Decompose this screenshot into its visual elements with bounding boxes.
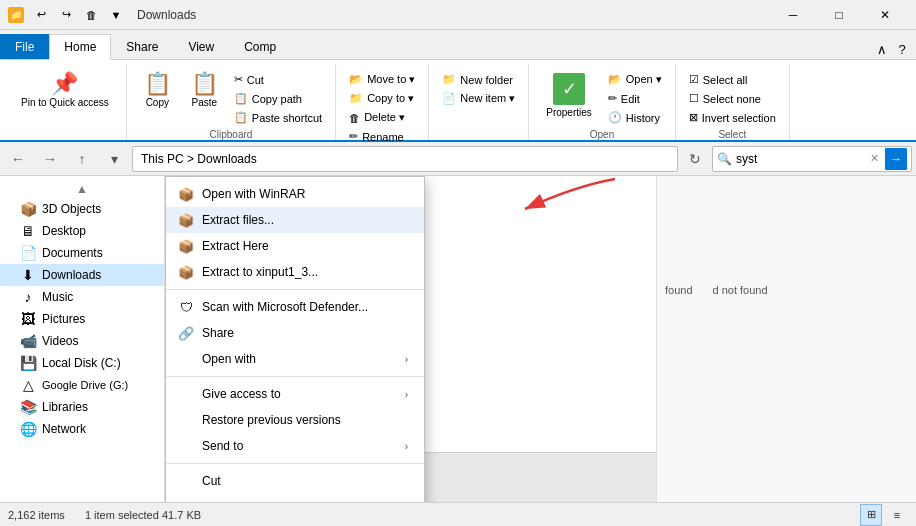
cut-button[interactable]: ✂ Cut	[229, 70, 327, 89]
minimize-button[interactable]: ─	[770, 0, 816, 30]
search-go-button[interactable]: →	[885, 148, 907, 170]
selection-status: 1 item selected 41.7 KB	[85, 509, 201, 521]
ctx-separator-9	[166, 463, 424, 464]
sidebar-scroll-up[interactable]: ▲	[0, 180, 164, 198]
properties-label: Properties	[546, 107, 592, 119]
tab-file[interactable]: File	[0, 34, 49, 59]
title-bar-left: 📁 ↩ ↪ 🗑 ▼ Downloads	[8, 4, 196, 26]
redo-btn[interactable]: ↪	[55, 4, 77, 26]
right-panel-content: found d not found	[665, 184, 908, 296]
sidebar-item-googledrive[interactable]: △ Google Drive (G:)	[0, 374, 164, 396]
rename-button[interactable]: ✏ Rename	[344, 127, 420, 146]
search-icon: 🔍	[717, 152, 732, 166]
sidebar-item-downloads[interactable]: ⬇ Downloads	[0, 264, 164, 286]
delete-qs-btn[interactable]: 🗑	[80, 4, 102, 26]
context-menu-item-7[interactable]: Give access to›	[166, 381, 424, 407]
context-menu-item-6[interactable]: Open with›	[166, 346, 424, 372]
properties-button[interactable]: ✓ Properties	[537, 68, 601, 124]
large-icon-view-button[interactable]: ⊞	[860, 504, 882, 526]
refresh-button[interactable]: ↻	[682, 146, 708, 172]
paste-button[interactable]: 📋 Paste	[182, 68, 227, 114]
context-menu-item-0[interactable]: 📦Open with WinRAR	[166, 181, 424, 207]
search-input[interactable]	[736, 152, 866, 166]
sidebar-item-documents[interactable]: 📄 Documents	[0, 242, 164, 264]
new-item-button[interactable]: 📄 New item ▾	[437, 89, 520, 108]
context-menu-item-4[interactable]: 🛡Scan with Microsoft Defender...	[166, 294, 424, 320]
close-button[interactable]: ✕	[862, 0, 908, 30]
music-icon: ♪	[20, 289, 36, 305]
ribbon-group-clipboard: 📋 Copy 📋 Paste ✂ Cut 📋 Copy path 📋 Past	[127, 64, 336, 140]
open-button[interactable]: 📂 Open ▾	[603, 70, 667, 89]
pictures-icon: 🖼	[20, 311, 36, 327]
open-label: Open ▾	[626, 73, 662, 86]
copy-button[interactable]: 📋 Copy	[135, 68, 180, 114]
sidebar-item-desktop[interactable]: 🖥 Desktop	[0, 220, 164, 242]
ctx-item-icon-6	[178, 351, 194, 367]
forward-button[interactable]: →	[36, 146, 64, 172]
libraries-icon: 📚	[20, 399, 36, 415]
undo-btn[interactable]: ↩	[30, 4, 52, 26]
delete-button[interactable]: 🗑 Delete ▾	[344, 108, 420, 127]
tab-share[interactable]: Share	[111, 34, 173, 59]
details-view-button[interactable]: ≡	[886, 504, 908, 526]
context-menu-item-10[interactable]: Cut	[166, 468, 424, 494]
move-to-button[interactable]: 📂 Move to ▾	[344, 70, 420, 89]
sidebar-item-videos[interactable]: 📹 Videos	[0, 330, 164, 352]
copy-to-button[interactable]: 📁 Copy to ▾	[344, 89, 420, 108]
context-menu-item-5[interactable]: 🔗Share	[166, 320, 424, 346]
select-all-button[interactable]: ☑ Select all	[684, 70, 781, 89]
sidebar-music-label: Music	[42, 290, 73, 304]
tab-home[interactable]: Home	[49, 34, 111, 60]
search-box[interactable]: 🔍 ✕ →	[712, 146, 912, 172]
context-menu-item-3[interactable]: 📦Extract to xinput1_3...	[166, 259, 424, 285]
help-btn[interactable]: ?	[892, 39, 912, 59]
ctx-item-arrow-9: ›	[405, 441, 408, 452]
ctx-item-label-9: Send to	[202, 439, 243, 453]
history-button[interactable]: 🕐 History	[603, 108, 667, 127]
recent-locations-button[interactable]: ▾	[100, 146, 128, 172]
sidebar-item-pictures[interactable]: 🖼 Pictures	[0, 308, 164, 330]
right-panel-found: found	[665, 284, 693, 296]
ctx-item-icon-0: 📦	[178, 186, 194, 202]
back-button[interactable]: ←	[4, 146, 32, 172]
sidebar-item-localdisk[interactable]: 💾 Local Disk (C:)	[0, 352, 164, 374]
ribbon-collapse-btn[interactable]: ∧	[872, 39, 892, 59]
context-menu-item-9[interactable]: Send to›	[166, 433, 424, 459]
pin-quick-access-button[interactable]: 📌 Pin to Quick access	[12, 68, 118, 114]
paste-shortcut-button[interactable]: 📋 Paste shortcut	[229, 108, 327, 127]
properties-qs-btn[interactable]: ▼	[105, 4, 127, 26]
context-menu-items: 📦Open with WinRAR📦Extract files...📦Extra…	[166, 181, 424, 502]
invert-selection-button[interactable]: ⊠ Invert selection	[684, 108, 781, 127]
tab-comp[interactable]: Comp	[229, 34, 291, 59]
right-panel-not-found: d not found	[713, 284, 768, 296]
select-none-icon: ☐	[689, 92, 699, 105]
ctx-item-icon-1: 📦	[178, 212, 194, 228]
maximize-button[interactable]: □	[816, 0, 862, 30]
search-clear-icon[interactable]: ✕	[870, 152, 879, 165]
sidebar-item-network[interactable]: 🌐 Network	[0, 418, 164, 440]
context-menu-item-8[interactable]: Restore previous versions	[166, 407, 424, 433]
downloads-icon: ⬇	[20, 267, 36, 283]
sidebar-documents-label: Documents	[42, 246, 103, 260]
context-menu-item-2[interactable]: 📦Extract Here	[166, 233, 424, 259]
select-none-button[interactable]: ☐ Select none	[684, 89, 781, 108]
copy-path-button[interactable]: 📋 Copy path	[229, 89, 327, 108]
context-menu-item-11[interactable]: Copy	[166, 494, 424, 502]
new-folder-button[interactable]: 📁 New folder	[437, 70, 520, 89]
context-menu-item-1[interactable]: 📦Extract files...	[166, 207, 424, 233]
tab-view[interactable]: View	[173, 34, 229, 59]
up-button[interactable]: ↑	[68, 146, 96, 172]
new-content: 📁 New folder 📄 New item ▾	[437, 64, 520, 140]
copyto-label: Copy to ▾	[367, 92, 414, 105]
address-path[interactable]: This PC > Downloads	[132, 146, 678, 172]
sidebar: ▲ 📦 3D Objects 🖥 Desktop 📄 Documents ⬇ D…	[0, 176, 165, 502]
sidebar-item-music[interactable]: ♪ Music	[0, 286, 164, 308]
sidebar-desktop-label: Desktop	[42, 224, 86, 238]
edit-button[interactable]: ✏ Edit	[603, 89, 667, 108]
ctx-item-label-1: Extract files...	[202, 213, 274, 227]
new-item-icon: 📄	[442, 92, 456, 105]
sidebar-item-libraries[interactable]: 📚 Libraries	[0, 396, 164, 418]
sidebar-item-3dobjects[interactable]: 📦 3D Objects	[0, 198, 164, 220]
window-title: Downloads	[137, 8, 196, 22]
ribbon-tabs: File Home Share View Comp ∧ ?	[0, 30, 916, 60]
